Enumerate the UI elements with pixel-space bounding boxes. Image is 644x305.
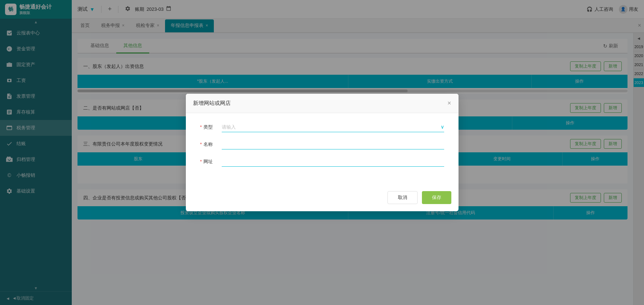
required-mark: *: [200, 159, 202, 164]
modal-body: *类型 ∨ *名称 *网址: [186, 113, 459, 185]
url-input[interactable]: [222, 159, 444, 164]
cancel-button[interactable]: 取消: [387, 191, 418, 204]
label-text: 类型: [203, 124, 213, 130]
modal-header: 新增网站或网店 ×: [186, 94, 459, 113]
modal-footer: 取消 保存: [186, 185, 459, 211]
field-label-name: *名称: [200, 141, 222, 148]
type-input-wrap: ∨: [222, 122, 444, 132]
url-input-wrap: [222, 157, 444, 167]
type-input[interactable]: [222, 124, 441, 130]
name-input-wrap: [222, 139, 444, 149]
modal-add-website: 新增网站或网店 × *类型 ∨ *名称: [186, 94, 459, 211]
required-mark: *: [200, 142, 202, 147]
label-text: 网址: [203, 159, 213, 164]
modal-close-button[interactable]: ×: [447, 100, 451, 107]
modal-overlay[interactable]: 新增网站或网店 × *类型 ∨ *名称: [0, 0, 644, 305]
field-label-type: *类型: [200, 124, 222, 130]
modal-title: 新增网站或网店: [193, 100, 231, 107]
label-text: 名称: [203, 142, 213, 147]
form-row-name: *名称: [200, 139, 444, 149]
save-button[interactable]: 保存: [422, 191, 451, 204]
form-row-type: *类型 ∨: [200, 122, 444, 132]
form-row-url: *网址: [200, 157, 444, 167]
field-label-url: *网址: [200, 158, 222, 165]
name-input[interactable]: [222, 142, 444, 147]
dropdown-arrow-icon[interactable]: ∨: [441, 124, 444, 130]
required-mark: *: [200, 124, 202, 130]
